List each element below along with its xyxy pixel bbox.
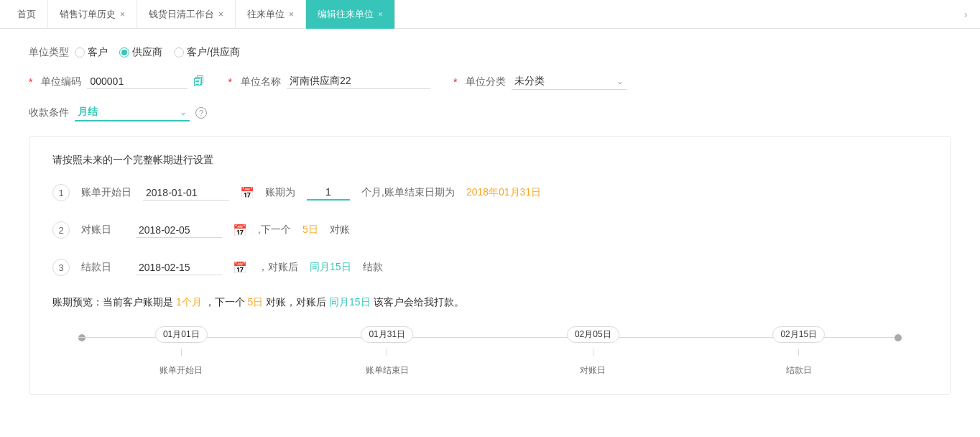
tab-home[interactable]: 首页 xyxy=(6,0,48,29)
step-2-highlight: 5日 xyxy=(302,224,318,236)
payment-value: 月结 xyxy=(78,106,177,119)
tab-cash-work[interactable]: 钱货日清工作台 × xyxy=(137,0,236,29)
preview-day: 5日 xyxy=(247,296,263,308)
tab-sales-history-label: 销售订单历史 xyxy=(60,8,116,21)
unit-code-input[interactable] xyxy=(87,74,188,89)
unit-category-group: * 单位分类 未分类 ⌄ xyxy=(453,73,627,90)
radio-customer[interactable]: 客户 xyxy=(75,46,108,59)
tab-edit-partner-label: 编辑往来单位 xyxy=(318,8,374,21)
unit-category-label: 单位分类 xyxy=(466,75,506,88)
step-3-suffix-before: ，对账后 xyxy=(258,261,298,274)
tab-home-label: 首页 xyxy=(17,8,36,21)
radio-customer-circle xyxy=(75,47,85,58)
timeline-connector-1 xyxy=(387,349,387,356)
timeline-node-1: 01月31日 账单结束日 xyxy=(361,326,413,377)
tab-edit-partner[interactable]: 编辑往来单位 × xyxy=(306,0,395,29)
tab-cash-work-label: 钱货日清工作台 xyxy=(149,8,214,21)
preview-sep1: ，下一个 xyxy=(205,296,245,308)
unit-category-arrow: ⌄ xyxy=(616,76,624,86)
unit-code-label: 单位编码 xyxy=(41,75,81,88)
timeline-connector-0 xyxy=(181,349,182,356)
timeline-label-0: 账单开始日 xyxy=(160,364,203,377)
step-1-num: 1 xyxy=(52,184,70,201)
step-3-row: 3 结款日 📅 ，对账后 同月15日 结款 xyxy=(52,259,928,276)
preview-suffix: 该客户会给我打款。 xyxy=(374,296,464,308)
main-content: 单位类型 客户 供应商 客户/供应商 * 单位编码 xyxy=(0,29,980,437)
step-3-label: 结款日 xyxy=(81,261,124,274)
timeline-label-1: 账单结束日 xyxy=(366,364,409,377)
step-1-suffix-before: 账期为 xyxy=(265,186,295,199)
step-2-num: 2 xyxy=(52,221,70,239)
tab-sales-history[interactable]: 销售订单历史 × xyxy=(48,0,137,29)
step-2-date-input[interactable] xyxy=(136,223,222,238)
preview-payment-day: 同月15日 xyxy=(329,296,371,308)
radio-both-circle xyxy=(174,47,184,58)
timeline-nodes-row: 01月01日 账单开始日 01月31日 账单结束日 02月05日 对账日 xyxy=(67,326,913,377)
timeline-badge-1: 01月31日 xyxy=(361,326,413,343)
timeline-label-3: 结款日 xyxy=(786,364,812,377)
step-2-suffix-after: 对账 xyxy=(330,224,350,236)
period-section: 请按照未来的一个完整帐期进行设置 1 账单开始日 📅 账期为 个月,账单结束日期… xyxy=(29,136,951,395)
payment-arrow: ⌄ xyxy=(180,107,187,117)
unit-type-row: 单位类型 客户 供应商 客户/供应商 xyxy=(29,46,951,59)
tab-edit-partner-close[interactable]: × xyxy=(378,9,383,19)
tab-partner[interactable]: 往来单位 × xyxy=(236,0,306,29)
timeline-badge-3: 02月15日 xyxy=(772,326,825,343)
unit-name-star: * xyxy=(228,76,231,88)
radio-group: 客户 供应商 客户/供应商 xyxy=(75,46,240,59)
unit-name-label: 单位名称 xyxy=(241,75,281,88)
unit-category-select[interactable]: 未分类 ⌄ xyxy=(512,73,627,90)
section-title: 请按照未来的一个完整帐期进行设置 xyxy=(52,154,928,167)
unit-name-group: * 单位名称 xyxy=(228,74,430,89)
step-1-period-input[interactable] xyxy=(307,185,350,201)
preview-text: 账期预览：当前客户账期是 1个月 ，下一个 5日 对账，对账后 同月15日 该客… xyxy=(52,296,928,309)
unit-type-group: 单位类型 客户 供应商 客户/供应商 xyxy=(29,46,240,59)
step-1-row: 1 账单开始日 📅 账期为 个月,账单结束日期为 2018年01月31日 xyxy=(52,184,928,201)
tab-partner-label: 往来单位 xyxy=(247,8,285,21)
timeline-connector-2 xyxy=(593,349,593,356)
timeline-node-2: 02月05日 对账日 xyxy=(567,326,619,377)
step-3-suffix-after: 结款 xyxy=(363,261,383,274)
tabs-more-arrow[interactable]: › xyxy=(957,0,974,29)
payment-label: 收款条件 xyxy=(29,106,69,119)
step-1-date-input[interactable] xyxy=(143,185,229,201)
tabs-bar: 首页 销售订单历史 × 钱货日清工作台 × 往来单位 × 编辑往来单位 × › xyxy=(0,0,980,29)
radio-both[interactable]: 客户/供应商 xyxy=(174,46,240,59)
tab-cash-work-close[interactable]: × xyxy=(218,9,223,19)
step-1-suffix-after: 个月,账单结束日期为 xyxy=(361,186,455,199)
radio-supplier[interactable]: 供应商 xyxy=(119,46,162,59)
radio-customer-label: 客户 xyxy=(88,46,108,59)
unit-category-star: * xyxy=(453,76,457,88)
step-3-highlight: 同月15日 xyxy=(310,261,351,274)
tab-sales-history-close[interactable]: × xyxy=(120,9,125,19)
radio-both-label: 客户/供应商 xyxy=(187,46,240,59)
step-3-cal-icon[interactable]: 📅 xyxy=(234,261,246,274)
unit-info-row: * 单位编码 🗐 * 单位名称 * 单位分类 未分类 ⌄ xyxy=(29,73,951,90)
step-1-label: 账单开始日 xyxy=(81,186,131,199)
step-2-label: 对账日 xyxy=(81,224,124,236)
preview-prefix: 账期预览：当前客户账期是 xyxy=(52,296,173,308)
radio-supplier-label: 供应商 xyxy=(132,46,162,59)
timeline-node-0: 01月01日 账单开始日 xyxy=(155,326,208,377)
timeline-node-3: 02月15日 结款日 xyxy=(772,326,825,377)
unit-type-label: 单位类型 xyxy=(29,46,69,59)
preview-period: 1个月 xyxy=(176,296,202,308)
timeline-badge-2: 02月05日 xyxy=(567,326,619,343)
copy-icon[interactable]: 🗐 xyxy=(193,75,205,88)
step-2-row: 2 对账日 📅 ,下一个 5日 对账 xyxy=(52,221,928,239)
timeline-badge-0: 01月01日 xyxy=(155,326,208,343)
step-3-date-input[interactable] xyxy=(136,260,222,275)
step-1-cal-icon[interactable]: 📅 xyxy=(241,186,254,199)
step-1-end-date: 2018年01月31日 xyxy=(466,186,541,199)
unit-code-group: * 单位编码 🗐 xyxy=(29,74,205,89)
payment-select[interactable]: 月结 ⌄ xyxy=(75,104,190,121)
unit-category-value: 未分类 xyxy=(514,75,614,88)
step-2-cal-icon[interactable]: 📅 xyxy=(234,224,246,236)
unit-name-input[interactable] xyxy=(287,74,430,89)
timeline-nodes: 01月01日 账单开始日 01月31日 账单结束日 02月05日 对账日 xyxy=(67,326,913,377)
payment-row: 收款条件 月结 ⌄ ? xyxy=(29,104,951,121)
tab-partner-close[interactable]: × xyxy=(289,9,294,19)
preview-sep2: 对账，对账后 xyxy=(266,296,326,308)
help-icon[interactable]: ? xyxy=(195,107,207,119)
payment-group: 收款条件 月结 ⌄ ? xyxy=(29,104,207,121)
